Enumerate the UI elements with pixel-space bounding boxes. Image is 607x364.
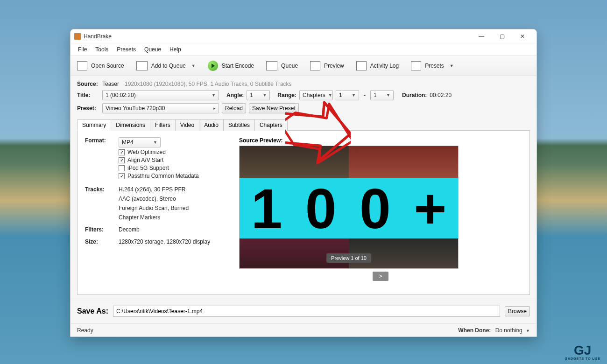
app-window: HandBrake — ▢ ✕ File Tools Presets Queue…	[70, 29, 537, 337]
watermark: GJ GADGETS TO USE	[565, 344, 601, 360]
menu-queue[interactable]: Queue	[141, 44, 165, 55]
chevron-down-icon: ▼	[262, 93, 267, 98]
minimize-button[interactable]: —	[471, 29, 492, 43]
chevron-down-icon: ▼	[153, 140, 157, 145]
close-button[interactable]: ✕	[512, 29, 533, 43]
add-queue-icon	[136, 61, 148, 70]
open-source-button[interactable]: Open Source	[74, 59, 127, 72]
statusbar: Ready When Done: Do nothing ▼	[71, 323, 536, 336]
save-as-row: Save As: Browse	[71, 299, 536, 323]
preview-button[interactable]: Preview	[307, 59, 347, 72]
duration-value: 00:02:20	[430, 92, 452, 98]
start-encode-label: Start Encode	[222, 63, 254, 69]
play-icon	[208, 61, 218, 71]
watermark-sub: GADGETS TO USE	[565, 357, 601, 360]
presets-button[interactable]: Presets ▼	[408, 59, 457, 72]
chevron-down-icon: ▼	[191, 63, 196, 68]
tab-filters[interactable]: Filters	[150, 119, 176, 131]
menu-presets[interactable]: Presets	[113, 44, 140, 55]
angle-select[interactable]: 1 ▼	[247, 90, 270, 100]
tracks-label: Tracks:	[85, 186, 119, 221]
save-as-label: Save As:	[77, 307, 108, 315]
app-icon	[74, 33, 81, 40]
menubar: File Tools Presets Queue Help	[71, 43, 536, 56]
menu-file[interactable]: File	[74, 44, 91, 55]
tab-subtitles[interactable]: Subtitles	[223, 119, 255, 131]
save-new-preset-button[interactable]: Save New Preset	[249, 103, 299, 113]
angle-label: Angle:	[226, 92, 244, 98]
presets-label: Presets	[425, 63, 444, 69]
tab-dimensions[interactable]: Dimensions	[111, 119, 150, 131]
browse-button[interactable]: Browse	[505, 306, 530, 316]
range-from-select[interactable]: 1 ▼	[336, 90, 359, 100]
activity-log-button[interactable]: Activity Log	[353, 59, 402, 72]
tracks-line-1: AAC (avcodec), Stereo	[119, 196, 230, 202]
reload-button[interactable]: Reload	[222, 103, 246, 113]
passthru-meta-label: Passthru Common Metadata	[127, 173, 199, 179]
align-av-checkbox[interactable]: ✓Align A/V Start	[119, 157, 230, 163]
range-label: Range:	[277, 92, 296, 98]
summary-left: Format: MP4 ▼ ✓Web Optimized ✓Align A/V …	[85, 137, 230, 288]
source-details: 1920x1080 (1920x1080), 50 FPS, 1 Audio T…	[125, 81, 292, 87]
summary-right: Source Preview: 100+ Preview 1 of 10 >	[239, 137, 522, 288]
format-label: Format:	[85, 137, 119, 181]
range-type-select[interactable]: Chapters ▼	[299, 90, 333, 100]
tab-summary[interactable]: Summary	[77, 119, 111, 131]
web-optimized-checkbox[interactable]: ✓Web Optimized	[119, 149, 230, 155]
range-to-value: 1	[374, 92, 383, 98]
maximize-button[interactable]: ▢	[492, 29, 512, 43]
tab-video[interactable]: Video	[175, 119, 199, 131]
preview-label: Preview	[324, 63, 344, 69]
watermark-logo: GJ	[574, 344, 591, 357]
chevron-down-icon: ▼	[526, 329, 530, 333]
title-select[interactable]: 1 (00:02:20) ▼	[102, 90, 219, 100]
format-select[interactable]: MP4 ▼	[119, 137, 161, 147]
add-to-queue-button[interactable]: Add to Queue ▼	[134, 59, 198, 72]
align-av-label: Align A/V Start	[127, 157, 163, 163]
chevron-right-icon: ▸	[213, 106, 216, 111]
film-icon	[77, 61, 87, 70]
add-to-queue-label: Add to Queue	[151, 63, 186, 69]
preview-icon	[310, 61, 320, 70]
when-done-label: When Done:	[458, 327, 491, 334]
tracks-line-3: Chapter Markers	[119, 214, 230, 221]
preview-badge: Preview 1 of 10	[326, 253, 371, 263]
chevron-down-icon: ▼	[450, 63, 454, 68]
size-value: 1280x720 storage, 1280x720 display	[119, 238, 230, 245]
status-left: Ready	[77, 327, 93, 334]
title-value: 1 (00:02:20)	[106, 92, 209, 98]
activity-log-label: Activity Log	[370, 63, 399, 69]
chevron-down-icon: ▼	[352, 93, 356, 98]
ipod-5g-label: iPod 5G Support	[127, 165, 169, 171]
when-done-value: Do nothing	[495, 327, 522, 334]
passthru-meta-checkbox[interactable]: ✓Passthru Common Metadata	[119, 173, 230, 179]
preview-next-button[interactable]: >	[373, 272, 388, 281]
preview-overlay: 100+	[240, 178, 458, 239]
when-done-select[interactable]: Do nothing ▼	[495, 327, 530, 334]
size-label: Size:	[85, 238, 119, 245]
menu-tools[interactable]: Tools	[92, 44, 112, 55]
source-preview-label: Source Preview:	[239, 137, 522, 144]
toolbar: Open Source Add to Queue ▼ Start Encode …	[71, 56, 536, 76]
log-icon	[356, 61, 367, 70]
tab-chapters[interactable]: Chapters	[254, 119, 288, 131]
queue-button[interactable]: Queue	[263, 59, 301, 72]
presets-icon	[411, 61, 421, 70]
range-to-select[interactable]: 1 ▼	[370, 90, 394, 100]
tabs: Summary Dimensions Filters Video Audio S…	[77, 119, 530, 130]
menu-help[interactable]: Help	[166, 44, 185, 55]
tracks-line-2: Foreign Audio Scan, Burned	[119, 205, 230, 211]
start-encode-button[interactable]: Start Encode	[205, 59, 257, 73]
save-as-input[interactable]	[113, 306, 500, 317]
chevron-down-icon: ▼	[328, 93, 332, 98]
tab-audio[interactable]: Audio	[199, 119, 224, 131]
format-value: MP4	[122, 139, 150, 146]
preset-select[interactable]: Vimeo YouTube 720p30 ▸	[102, 103, 219, 113]
open-source-label: Open Source	[91, 63, 124, 69]
range-dash: -	[362, 92, 367, 98]
preset-value: Vimeo YouTube 720p30	[106, 105, 211, 112]
source-row: Source: Teaser 1920x1080 (1920x1080), 50…	[77, 81, 530, 87]
source-preview: 100+ Preview 1 of 10	[239, 146, 459, 269]
body: Source: Teaser 1920x1080 (1920x1080), 50…	[71, 76, 536, 299]
ipod-5g-checkbox[interactable]: iPod 5G Support	[119, 165, 230, 171]
